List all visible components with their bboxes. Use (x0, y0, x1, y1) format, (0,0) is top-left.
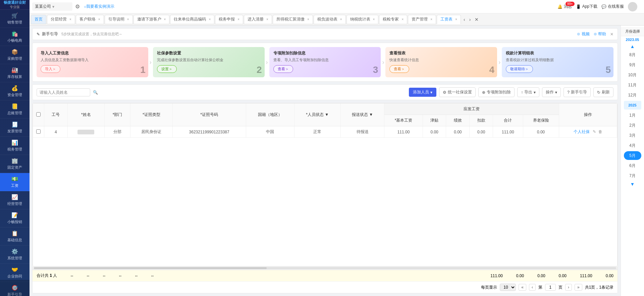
month-3[interactable]: 3月 (624, 131, 641, 140)
tab-close-clearbook[interactable]: × (266, 17, 268, 21)
tab-payroll_tab[interactable]: 工资表× (437, 15, 461, 24)
month-4[interactable]: 4月 (624, 141, 641, 150)
summary-col-5: -- (135, 273, 138, 278)
sidebar-item-sales[interactable]: 🛒 销售管理 (0, 10, 30, 28)
tab-close-payroll_tab[interactable]: × (455, 17, 457, 21)
step-5-btn[interactable]: 敬请期待＞ (506, 65, 533, 73)
sidebar-item-assets[interactable]: 🏢 固定资产 (0, 155, 30, 173)
message-button[interactable]: 🔔 消息 99+ (557, 4, 572, 9)
tab-tax_expert[interactable]: 税检专家× (379, 15, 407, 24)
table-scrollbar[interactable] (33, 266, 618, 270)
guide-label: 新手引导 (571, 89, 587, 95)
tab-close-customer[interactable]: × (98, 17, 100, 21)
month-2[interactable]: 2月 (624, 121, 641, 130)
sidebar-item-ledger[interactable]: 📒 总账管理 (0, 100, 30, 119)
step-1-btn[interactable]: 导入＞ (41, 65, 60, 73)
tab-close-tax_stat[interactable]: × (373, 17, 375, 21)
next-page-button[interactable]: › (565, 284, 572, 291)
month-12[interactable]: 12月 (624, 91, 641, 99)
guide-close-btn[interactable]: ✕ (610, 32, 613, 37)
sidebar-item-marketing[interactable]: 📝 小畅报销 (0, 209, 30, 227)
month-8[interactable]: 8月 (624, 50, 641, 59)
addon-deduct-button[interactable]: ⊕ 专项附加扣除 (478, 87, 515, 97)
tab-partition[interactable]: 分层经营× (47, 15, 75, 24)
personal-insurance-link[interactable]: 个人社保 (574, 129, 590, 134)
month-nav-up[interactable]: ▲ (629, 43, 636, 50)
sidebar-item-inventory[interactable]: 🏭 库存核算 (0, 64, 30, 82)
tab-guide_tab[interactable]: 引导说明× (105, 15, 133, 24)
sidebar-item-tax[interactable]: 📊 税务管理 (0, 137, 30, 155)
page-number-input[interactable] (545, 284, 556, 291)
sidebar-item-basic[interactable]: 📋 基础信息 (0, 227, 30, 246)
scrollbar-thumb[interactable] (34, 267, 267, 269)
cell-ops: 个人社保 ✎ 🗑 (559, 126, 617, 138)
demo-button[interactable]: ○ 我要看实例演示 (84, 4, 114, 9)
guide-video-btn[interactable]: ⊙ 视频 (577, 31, 589, 37)
tab-close-partition[interactable]: × (69, 17, 71, 21)
tab-close-tax_report[interactable]: × (237, 17, 239, 21)
sidebar-item-system[interactable]: ⚙️ 系统管理 (0, 246, 30, 264)
operations-button[interactable]: 操作 ▾ (542, 87, 561, 97)
tab-close-tax_expert[interactable]: × (401, 17, 404, 21)
row-checkbox[interactable] (36, 129, 41, 134)
month-5[interactable]: 5月 (624, 151, 641, 160)
month-6[interactable]: 6月 (624, 161, 641, 170)
prev-page-button[interactable]: ‹ (529, 284, 536, 291)
tab-close-tax_relief[interactable]: × (340, 17, 342, 21)
search-input[interactable] (37, 88, 90, 96)
company-selector[interactable]: 某某公司 ▾ (32, 2, 72, 11)
tab-scroll-left[interactable]: ‹ (462, 17, 467, 22)
sidebar-item-finance[interactable]: 💰 资金管理 (0, 82, 30, 100)
tab-invite[interactable]: 邀请下游客户× (133, 15, 170, 24)
tab-tax_relief[interactable]: 税负波动表× (314, 15, 346, 24)
step-3-btn[interactable]: 查看＞ (273, 65, 293, 73)
sidebar-item-purchase[interactable]: 📦 采购管理 (0, 46, 30, 64)
tab-close-goods_code[interactable]: × (209, 17, 211, 21)
tab-scroll-right[interactable]: › (467, 17, 473, 22)
new-guide-button[interactable]: ? 新手引导 (564, 87, 591, 97)
tab-tax_stat[interactable]: 纳税统计表× (346, 15, 379, 24)
tab-close-assets_mgmt[interactable]: × (430, 17, 432, 21)
search-icon[interactable]: 🔍 (93, 90, 98, 95)
step-4-btn[interactable]: 查看＞ (389, 65, 409, 73)
guide-help-btn[interactable]: ⊙ 帮助 (594, 31, 606, 37)
month-10[interactable]: 10月 (624, 71, 641, 79)
tab-clearbook[interactable]: 进入清册× (244, 15, 272, 24)
tab-tax_report[interactable]: 税务申报× (215, 15, 243, 24)
select-all-checkbox[interactable] (36, 112, 41, 117)
month-1[interactable]: 1月 (624, 111, 641, 120)
sidebar-item-operation[interactable]: 📈 经营管理 (0, 191, 30, 209)
month-7[interactable]: 7月 (624, 171, 641, 180)
app-download-button[interactable]: 📱 App下载 (576, 4, 597, 9)
step-2-btn[interactable]: 设置＞ (157, 65, 177, 73)
tab-close-tax_calc[interactable]: × (307, 17, 309, 21)
sidebar-item-coop[interactable]: 🤝 企业协同 (0, 264, 30, 282)
user-avatar[interactable] (628, 2, 637, 11)
first-page-button[interactable]: « (519, 284, 526, 291)
tab-goods_code[interactable]: 往来单位商品编码× (170, 15, 214, 24)
tab-close-all[interactable]: ✕ (473, 17, 481, 22)
tab-close-invite[interactable]: × (164, 17, 166, 21)
page-size-select[interactable]: 10 20 50 (500, 284, 516, 291)
sidebar-item-payroll[interactable]: 💵 工资 (0, 173, 30, 191)
sidebar-item-invoice[interactable]: 🧾 发票管理 (0, 119, 30, 137)
tab-customer[interactable]: 客户联络× (76, 15, 104, 24)
tab-tax_calc[interactable]: 所得税汇算清缴× (273, 15, 313, 24)
add-person-button[interactable]: 添加人员 ▾ (409, 88, 436, 97)
edit-icon[interactable]: ✎ (593, 129, 596, 134)
tab-close-guide_tab[interactable]: × (127, 17, 129, 21)
settings-gear-icon[interactable]: ⚙ (75, 3, 80, 10)
refresh-button[interactable]: ↻ 刷新 (593, 87, 613, 97)
export-button[interactable]: ↑ 导出 ▾ (517, 87, 539, 97)
month-11[interactable]: 11月 (624, 81, 641, 89)
sidebar-item-ecommerce[interactable]: 🛍️ 小畅电商 (0, 28, 30, 46)
delete-icon[interactable]: 🗑 (598, 129, 602, 134)
tab-home[interactable]: 首页 (31, 15, 46, 24)
unified-settings-button[interactable]: ⚙ 统一社保设置 (439, 87, 476, 97)
month-nav-down[interactable]: ▼ (629, 181, 636, 187)
tab-assets_mgmt[interactable]: 资产管理× (408, 15, 436, 24)
settings-button[interactable]: ⚙️ (0, 280, 30, 296)
month-9[interactable]: 9月 (624, 60, 641, 69)
online-service-button[interactable]: 💬 在线客服 (601, 4, 624, 9)
last-page-button[interactable]: » (575, 284, 582, 291)
